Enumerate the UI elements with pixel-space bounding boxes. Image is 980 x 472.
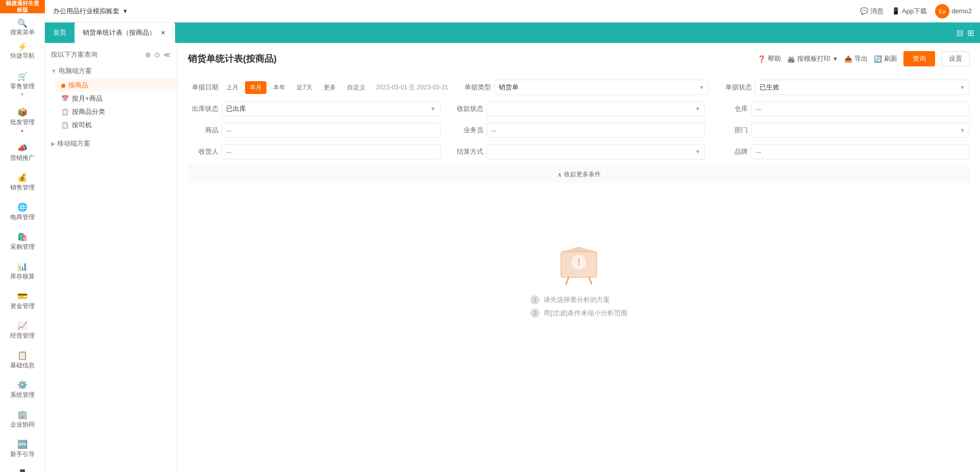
out-status-select[interactable]: 已出库 ▼ (222, 101, 440, 116)
page-header: 销货单统计表(按商品) ❓ 帮助 🖨️ 按模板打印 ▼ 📤 (188, 51, 970, 66)
logo: 畅捷通好生意 标版 (0, 0, 45, 13)
doc-status-select[interactable]: 已生效 ▼ (755, 80, 970, 95)
sidebar-item-guide[interactable]: 🆕 新手引导 (0, 434, 45, 464)
system-label: 系统管理 (10, 391, 35, 399)
tab-minimize-icon[interactable]: ⊟ (957, 28, 963, 38)
tree-arrow-mobile-icon: ▶ (51, 140, 55, 147)
export-action[interactable]: 📤 导出 (844, 54, 868, 63)
doc-type-select[interactable]: 销货单 ▼ (494, 80, 709, 95)
quick-label: 快捷导航 (10, 52, 35, 60)
page-actions: ❓ 帮助 🖨️ 按模板打印 ▼ 📤 导出 � (757, 51, 970, 66)
settings-icon[interactable]: ⊙ (154, 51, 160, 59)
query-button[interactable]: 查询 (903, 51, 935, 66)
filter-out-status: 出库状态 已出库 ▼ (188, 101, 440, 116)
brand-input[interactable]: ··· (751, 144, 970, 159)
tree-item-by-product-category[interactable]: 📋 按商品分类 (55, 105, 177, 119)
warehouse-label: 仓库 (717, 104, 748, 113)
date-btn-this-year[interactable]: 本年 (268, 81, 290, 94)
filter-date: 单据日期 上月 本月 本年 近7天 更多 自定义 2023-03-01 至 20… (188, 81, 448, 94)
left-panel: 按以下方案查询 ⊕ ⊙ ≪ ▼ 电脑端方案 按商品 📅 按月+商品 (45, 43, 178, 472)
doc-type-value: 销货单 (499, 83, 519, 92)
basic-icon: 📋 (17, 350, 28, 360)
tip-text-2: 用[过滤]条件来缩小分析范围 (544, 309, 627, 318)
sidebar-item-marketing[interactable]: 📣 营销推广 (0, 138, 45, 168)
brand-label: 品牌 (717, 147, 748, 156)
category-icon: 📋 (61, 108, 69, 115)
product-dots: ··· (226, 127, 232, 134)
date-btn-last-month[interactable]: 上月 (222, 81, 243, 94)
salesperson-input[interactable]: ··· (486, 123, 705, 138)
content-body: 按以下方案查询 ⊕ ⊙ ≪ ▼ 电脑端方案 按商品 📅 按月+商品 (45, 43, 980, 472)
filter-dept: 部门 ▼ (717, 123, 970, 138)
tree-item-by-product[interactable]: 按商品 (55, 79, 177, 92)
date-range-display: 2023-03-01 至 2023-03-31 (376, 83, 448, 92)
refresh-action[interactable]: 🔄 刷新 (874, 54, 897, 63)
collapse-bar[interactable]: ∧ 收起更多条件 (188, 166, 970, 183)
sidebar-item-retail[interactable]: 🛒 零售管理 ▼ (0, 66, 45, 102)
tab-sales-stats[interactable]: 销货单统计表（按商品） ✕ (75, 22, 175, 43)
filter-doc-status: 单据状态 已生效 ▼ (721, 80, 970, 95)
ecommerce-label: 电商管理 (10, 213, 35, 222)
sidebar-item-wholesale[interactable]: 📦 批发管理 ▲ (0, 102, 45, 138)
finance-icon: 💳 (17, 291, 28, 301)
app-download-item[interactable]: 📱 App下载 (892, 7, 927, 16)
topbar-dropdown[interactable]: ▾ (124, 7, 127, 15)
collapse-arrow: ∧ (557, 171, 562, 178)
settings-button[interactable]: 设置 (941, 51, 970, 66)
date-btn-this-month[interactable]: 本月 (245, 81, 266, 94)
tree-section-pc[interactable]: ▼ 电脑端方案 (45, 63, 177, 79)
sidebar-item-enterprise[interactable]: 🏢 企业协同 (0, 405, 45, 434)
settlement-select[interactable]: ▼ (486, 144, 705, 159)
receiver-input[interactable]: ··· (222, 144, 440, 159)
empty-tip-2: 2 用[过滤]条件来缩小分析范围 (530, 309, 627, 318)
sidebar-item-inventory[interactable]: 📊 库存核算 (0, 256, 45, 286)
tree-item-by-cashier[interactable]: 📋 按司机 (55, 119, 177, 132)
receipt-status-select[interactable]: ▼ (486, 101, 705, 116)
sidebar-item-system[interactable]: ⚙️ 系统管理 (0, 375, 45, 405)
filter-row-4: 收货人 ··· 结算方式 ▼ (188, 144, 970, 159)
search-label: 搜索菜单 (10, 28, 35, 37)
settlement-label: 结算方式 (453, 147, 483, 156)
sidebar-item-purchase[interactable]: 🛍️ 采购管理 (0, 227, 45, 256)
sidebar-item-finance[interactable]: 💳 资金管理 (0, 286, 45, 316)
add-icon[interactable]: ⊕ (145, 51, 151, 59)
tree-section-mobile[interactable]: ▶ 移动端方案 (45, 136, 177, 151)
collapse-icon[interactable]: ≪ (163, 51, 171, 59)
date-btn-7days[interactable]: 近7天 (292, 81, 317, 94)
print-action[interactable]: 🖨️ 按模板打印 ▼ (787, 54, 838, 63)
export-label: 导出 (854, 54, 868, 63)
print-label: 按模板打印 (797, 54, 830, 63)
tree-item-by-month-product[interactable]: 📅 按月+商品 (55, 92, 177, 105)
sidebar-item-apps[interactable]: 📱 应用中心 (0, 464, 45, 472)
filter-salesperson: 业务员 ··· (453, 123, 705, 138)
sidebar-item-ecommerce[interactable]: 🌐 电商管理 (0, 197, 45, 227)
tab-close-icon[interactable]: ✕ (159, 29, 167, 37)
svg-line-4 (566, 277, 569, 284)
finance-label: 资金管理 (10, 302, 35, 311)
date-btn-more[interactable]: 更多 (319, 81, 340, 94)
warehouse-input[interactable]: ··· (751, 101, 970, 116)
username: demo2 (951, 7, 972, 15)
messages-item[interactable]: 💬 消息 (860, 7, 884, 16)
filter-product: 商品 ··· (188, 123, 440, 138)
receiver-label: 收货人 (188, 147, 218, 156)
out-status-value: 已出库 (226, 104, 246, 113)
tab-home[interactable]: 首页 (45, 22, 75, 43)
sidebar-item-operations[interactable]: 📈 经营管理 (0, 316, 45, 345)
sidebar-item-sales[interactable]: 💰 销售管理 (0, 168, 45, 197)
sidebar-item-basic[interactable]: 📋 基础信息 (0, 345, 45, 375)
date-btn-custom[interactable]: 自定义 (342, 81, 370, 94)
dept-select[interactable]: ▼ (751, 123, 970, 138)
tab-maximize-icon[interactable]: ⊞ (967, 28, 974, 38)
brand-dots: ··· (755, 148, 761, 156)
user-item[interactable]: Ea demo2 (935, 4, 972, 18)
search-menu[interactable]: 🔍 搜索菜单 (10, 13, 35, 40)
out-status-arrow: ▼ (430, 106, 436, 112)
quick-nav[interactable]: ⚡ 快捷导航 (10, 40, 35, 64)
help-action[interactable]: ❓ 帮助 (757, 54, 781, 63)
operations-label: 经营管理 (10, 332, 35, 340)
product-input[interactable]: ··· (222, 123, 440, 138)
messages-label: 消息 (870, 7, 884, 16)
svg-line-5 (589, 277, 592, 284)
filter-panel: 单据日期 上月 本月 本年 近7天 更多 自定义 2023-03-01 至 20… (188, 74, 970, 183)
